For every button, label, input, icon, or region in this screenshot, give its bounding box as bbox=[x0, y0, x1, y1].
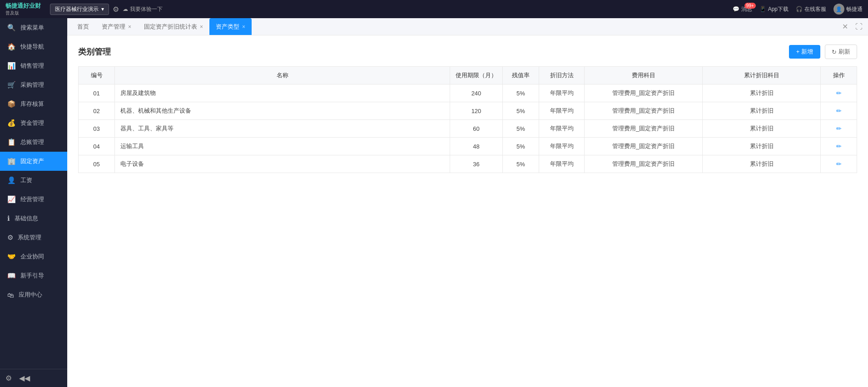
guide-icon: 📖 bbox=[7, 272, 16, 280]
cell-accum: 累计折旧 bbox=[703, 138, 821, 155]
cell-name: 房屋及建筑物 bbox=[115, 84, 450, 102]
sidebar-item-sales[interactable]: 📊 销售管理 bbox=[0, 56, 67, 75]
edit-button[interactable]: ✏ bbox=[836, 160, 842, 168]
table-row: 01 房屋及建筑物 240 5% 年限平均 管理费用_固定资产折旧 累计折旧 ✏ bbox=[79, 84, 857, 102]
sidebar-item-label: 库存核算 bbox=[20, 100, 44, 108]
cell-expense: 管理费用_固定资产折旧 bbox=[585, 102, 703, 120]
table-row: 05 电子设备 36 5% 年限平均 管理费用_固定资产折旧 累计折旧 ✏ bbox=[79, 155, 857, 173]
tab-home[interactable]: 首页 bbox=[71, 18, 95, 35]
sidebar-item-label: 应用中心 bbox=[19, 291, 42, 299]
cell-expense: 管理费用_固定资产折旧 bbox=[585, 155, 703, 173]
avatar: 👤 bbox=[833, 4, 844, 15]
cloud-icon: ☁ bbox=[123, 6, 128, 12]
cell-action: ✏ bbox=[821, 138, 857, 155]
search-icon: 🔍 bbox=[7, 24, 16, 32]
workspace-settings-icon[interactable]: ⚙ bbox=[113, 5, 119, 14]
tab-close-window-icon[interactable]: ✕ bbox=[840, 21, 850, 32]
app-branding: 畅捷通好业财 普及版 bbox=[5, 2, 41, 16]
sidebar-item-label: 工资 bbox=[20, 176, 32, 184]
refresh-button[interactable]: ↻ 刷新 bbox=[825, 45, 857, 59]
cell-residual: 5% bbox=[503, 155, 539, 173]
sales-icon: 📊 bbox=[7, 62, 16, 70]
tab-depreciation-table[interactable]: 固定资产折旧统计表 × bbox=[138, 18, 209, 35]
sidebar-item-label: 固定资产 bbox=[20, 157, 44, 165]
tab-asset-management[interactable]: 资产管理 × bbox=[95, 18, 138, 35]
message-badge: 99+ bbox=[744, 3, 756, 9]
sidebar-item-label: 搜索菜单 bbox=[20, 24, 44, 32]
sidebar-item-purchase[interactable]: 🛒 采购管理 bbox=[0, 75, 67, 94]
cell-expense: 管理费用_固定资产折旧 bbox=[585, 84, 703, 102]
cell-period: 120 bbox=[450, 102, 503, 120]
tab-asset-type-label: 资产类型 bbox=[216, 23, 239, 31]
refresh-icon: ↻ bbox=[832, 49, 837, 55]
cell-residual: 5% bbox=[503, 138, 539, 155]
sidebar-item-guide[interactable]: 📖 新手引导 bbox=[0, 266, 67, 285]
sidebar-item-basic-info[interactable]: ℹ 基础信息 bbox=[0, 209, 67, 228]
sidebar-settings-icon[interactable]: ⚙ bbox=[5, 374, 12, 382]
cell-method: 年限平均 bbox=[539, 120, 585, 138]
home-icon: 🏠 bbox=[7, 43, 16, 51]
tab-expand-icon[interactable]: ⛶ bbox=[853, 22, 864, 32]
cell-period: 240 bbox=[450, 84, 503, 102]
tab-close-icon[interactable]: × bbox=[242, 24, 245, 30]
sidebar-item-label: 基础信息 bbox=[15, 214, 38, 223]
cell-method: 年限平均 bbox=[539, 102, 585, 120]
col-header-name: 名称 bbox=[115, 67, 450, 84]
table-row: 02 机器、机械和其他生产设备 120 5% 年限平均 管理费用_固定资产折旧 … bbox=[79, 102, 857, 120]
sidebar-item-label: 采购管理 bbox=[20, 81, 44, 89]
sidebar-item-operations[interactable]: 📈 经营管理 bbox=[0, 190, 67, 209]
cell-action: ✏ bbox=[821, 84, 857, 102]
page-header: 类别管理 + 新增 ↻ 刷新 bbox=[78, 45, 857, 59]
tab-close-icon[interactable]: × bbox=[128, 24, 131, 30]
sidebar-bottom: ⚙ ◀◀ bbox=[0, 369, 67, 387]
col-header-method: 折旧方法 bbox=[539, 67, 585, 84]
service-btn[interactable]: 🎧 在线客服 bbox=[796, 5, 826, 13]
edit-button[interactable]: ✏ bbox=[836, 143, 842, 150]
workspace-selector[interactable]: 医疗器械行业演示 ▾ bbox=[50, 4, 109, 15]
cell-period: 36 bbox=[450, 155, 503, 173]
sidebar-item-ledger[interactable]: 📋 总账管理 bbox=[0, 133, 67, 152]
system-icon: ⚙ bbox=[7, 233, 13, 242]
col-header-residual: 残值率 bbox=[503, 67, 539, 84]
sidebar-collapse-icon[interactable]: ◀◀ bbox=[19, 374, 30, 382]
cell-method: 年限平均 bbox=[539, 84, 585, 102]
tab-asset-type[interactable]: 资产类型 × bbox=[209, 18, 252, 35]
sidebar-item-label: 总账管理 bbox=[20, 138, 44, 146]
cell-code: 05 bbox=[79, 155, 115, 173]
sidebar-item-search[interactable]: 🔍 搜索菜单 bbox=[0, 18, 67, 37]
content-area: 首页 资产管理 × 固定资产折旧统计表 × 资产类型 × ✕ ⛶ 类别管理 bbox=[67, 18, 868, 387]
sidebar: 🔍 搜索菜单 🏠 快捷导航 📊 销售管理 🛒 采购管理 📦 库存核算 💰 资金管… bbox=[0, 18, 67, 387]
edit-button[interactable]: ✏ bbox=[836, 125, 842, 132]
cell-name: 电子设备 bbox=[115, 155, 450, 173]
purchase-icon: 🛒 bbox=[7, 81, 16, 89]
top-bar-center: 医疗器械行业演示 ▾ ⚙ ☁ 我要体验一下 bbox=[50, 4, 733, 15]
service-icon: 🎧 bbox=[796, 6, 803, 12]
cell-name: 运输工具 bbox=[115, 138, 450, 155]
message-icon: 💬 bbox=[733, 6, 739, 12]
cell-name: 器具、工具、家具等 bbox=[115, 120, 450, 138]
cell-name: 机器、机械和其他生产设备 bbox=[115, 102, 450, 120]
edit-button[interactable]: ✏ bbox=[836, 89, 842, 97]
cell-period: 60 bbox=[450, 120, 503, 138]
sidebar-item-collab[interactable]: 🤝 企业协同 bbox=[0, 247, 67, 266]
top-bar: 畅捷通好业财 普及版 医疗器械行业演示 ▾ ⚙ ☁ 我要体验一下 💬 消息 99… bbox=[0, 0, 868, 18]
tab-home-label: 首页 bbox=[77, 23, 89, 31]
sidebar-item-inventory[interactable]: 📦 库存核算 bbox=[0, 94, 67, 114]
sidebar-item-quicknav[interactable]: 🏠 快捷导航 bbox=[0, 37, 67, 56]
user-btn[interactable]: 👤 畅捷通 bbox=[833, 4, 863, 15]
cell-code: 01 bbox=[79, 84, 115, 102]
sidebar-item-system[interactable]: ⚙ 系统管理 bbox=[0, 228, 67, 247]
sidebar-item-payroll[interactable]: 👤 工资 bbox=[0, 171, 67, 190]
message-btn[interactable]: 💬 消息 99+ bbox=[733, 5, 752, 13]
new-button[interactable]: + 新增 bbox=[789, 45, 820, 59]
sidebar-item-fixed-assets[interactable]: 🏢 固定资产 bbox=[0, 152, 67, 171]
sidebar-item-label: 资金管理 bbox=[20, 119, 44, 127]
experience-btn[interactable]: ☁ 我要体验一下 bbox=[123, 5, 163, 13]
sidebar-item-app-center[interactable]: 🛍 应用中心 bbox=[0, 285, 67, 304]
tab-close-icon[interactable]: × bbox=[200, 24, 203, 30]
download-btn[interactable]: 📱 App下载 bbox=[759, 5, 789, 13]
chevron-down-icon: ▾ bbox=[101, 6, 104, 12]
sidebar-item-finance[interactable]: 💰 资金管理 bbox=[0, 114, 67, 133]
cell-accum: 累计折旧 bbox=[703, 155, 821, 173]
edit-button[interactable]: ✏ bbox=[836, 107, 842, 114]
